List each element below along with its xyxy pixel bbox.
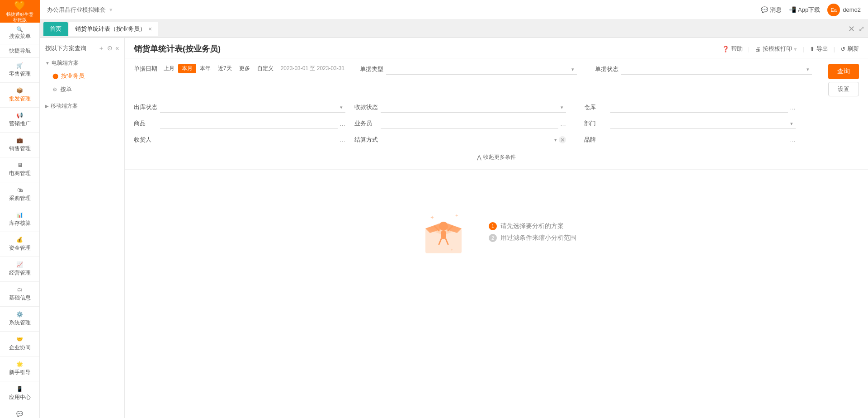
- goods-dots-icon[interactable]: …: [340, 120, 345, 127]
- tab-sales-stat[interactable]: 销货单统计表（按业务员） ×: [69, 22, 158, 36]
- brand-label: 品牌: [584, 136, 610, 144]
- purchase-icon: 🛍: [17, 187, 23, 193]
- desktop-section: ▼ 电脑端方案 ⬤ 按业务员 ⚙ 按单: [40, 55, 124, 98]
- sidebar-item-purchase[interactable]: 🛍 采购管理: [0, 182, 39, 207]
- left-panel-item-by-order[interactable]: ⚙ 按单: [40, 83, 124, 96]
- sidebar-item-inventory[interactable]: 📊 库存核算: [0, 207, 39, 232]
- basic-icon: 🗂: [17, 286, 23, 293]
- operations-label: 经营管理: [9, 269, 31, 277]
- payment-status-wrapper: ▾: [381, 102, 566, 113]
- wholesale-icon: 📦: [16, 87, 23, 94]
- receiver-label: 收货人: [134, 136, 160, 144]
- top-header: 办公用品行业模拟账套 ▾ 💬 消息 📲 App下载 Ea demo2: [40, 0, 868, 20]
- query-button[interactable]: 查询: [828, 64, 859, 79]
- staff-input[interactable]: [381, 118, 558, 129]
- sidebar-item-system[interactable]: ⚙️ 系统管理: [0, 307, 39, 332]
- date-filter: 上月 本月 本年 近7天 更多 自定义 2023-03-01 至 2023-03…: [160, 64, 344, 73]
- refresh-btn[interactable]: ↺ 刷新: [840, 45, 859, 53]
- app-download-label: App下载: [798, 6, 820, 14]
- storage-status-wrapper: ▾: [160, 102, 345, 113]
- payment-method-input[interactable]: [381, 134, 557, 145]
- date-last-month-btn[interactable]: 上月: [160, 64, 178, 73]
- date-7days-btn[interactable]: 近7天: [214, 64, 236, 73]
- breadcrumb-text: 办公用品行业模拟账套: [47, 6, 106, 14]
- date-more-btn[interactable]: 更多: [236, 64, 254, 73]
- message-icon: 💬: [761, 6, 768, 13]
- window-close-icon[interactable]: ✕: [848, 24, 855, 34]
- sidebar-item-retail[interactable]: 🛒 零售管理: [0, 58, 39, 83]
- desktop-section-title[interactable]: ▼ 电脑端方案: [40, 57, 124, 69]
- receiver-dots-icon[interactable]: …: [340, 137, 345, 143]
- user-menu[interactable]: Ea demo2: [827, 4, 861, 16]
- goods-input[interactable]: [160, 118, 338, 129]
- doc-type-input[interactable]: [386, 64, 577, 75]
- by-order-icon: ⚙: [52, 86, 57, 93]
- tab-home[interactable]: 首页: [43, 22, 68, 36]
- date-this-month-btn[interactable]: 本月: [178, 64, 196, 73]
- sidebar-item-wechat[interactable]: 💬 企业微信: [0, 406, 39, 418]
- sidebar-shortcut[interactable]: 快捷导航: [0, 44, 39, 58]
- dept-wrapper: ▾: [610, 118, 796, 129]
- brand-dots-icon[interactable]: …: [790, 137, 796, 143]
- payment-clear-icon[interactable]: ✕: [559, 136, 566, 143]
- export-btn[interactable]: ⬆ 导出: [810, 45, 828, 53]
- help-btn[interactable]: ❓ 帮助: [722, 45, 743, 53]
- collapse-panel-icon[interactable]: «: [115, 44, 119, 52]
- shortcut-label: 快捷导航: [9, 48, 31, 54]
- message-btn[interactable]: 💬 消息: [761, 6, 782, 14]
- date-custom-btn[interactable]: 自定义: [254, 64, 277, 73]
- settings-button[interactable]: 设置: [828, 82, 859, 96]
- staff-dots-icon[interactable]: …: [560, 120, 566, 127]
- sidebar-item-wholesale[interactable]: 📦 批发管理: [0, 83, 39, 108]
- date-this-year-btn[interactable]: 本年: [196, 64, 214, 73]
- export-label: 导出: [816, 45, 828, 53]
- doc-status-label: 单据状态: [595, 65, 621, 73]
- payment-status-input[interactable]: [381, 102, 566, 113]
- storage-status-input[interactable]: [160, 102, 345, 113]
- tab-close-icon[interactable]: ×: [148, 26, 152, 32]
- step1-num: 1: [489, 222, 497, 230]
- sidebar-item-finance[interactable]: 💰 资金管理: [0, 232, 39, 257]
- search-label: 搜索菜单: [0, 33, 39, 40]
- apps-icon: 📱: [16, 386, 23, 392]
- empty-step-2: 2 用过滤条件来缩小分析范围: [489, 234, 576, 242]
- sidebar-item-marketing[interactable]: 📢 营销推广: [0, 108, 39, 133]
- left-panel-item-by-staff[interactable]: ⬤ 按业务员: [40, 69, 124, 83]
- page-title: 销货单统计表(按业务员): [134, 43, 221, 54]
- sidebar-item-basic[interactable]: 🗂 基础信息: [0, 282, 39, 307]
- warehouse-input[interactable]: [610, 102, 788, 113]
- svg-text:✦: ✦: [455, 213, 458, 218]
- empty-state: ✦ ✦ ✦ 1 请先选择要分析的方案 2 用过滤条件来缩小分析范围: [125, 170, 868, 298]
- sidebar-item-enterprise[interactable]: 🤝 企业协同: [0, 332, 39, 356]
- doc-status-input[interactable]: [621, 64, 812, 75]
- warehouse-dots-icon[interactable]: …: [790, 104, 796, 111]
- sales-icon: 💼: [16, 137, 23, 143]
- doc-type-label: 单据类型: [360, 65, 386, 73]
- sidebar-item-newbie[interactable]: 🌟 新手引导: [0, 356, 39, 381]
- print-btn[interactable]: 🖨 按模板打印 ▾: [755, 45, 797, 53]
- right-content: 销货单统计表(按业务员) ❓ 帮助 | 🖨 按模板打印 ▾ | ⬆: [125, 38, 868, 418]
- sidebar-item-sales[interactable]: 💼 销售管理: [0, 133, 39, 157]
- receiver-input[interactable]: [160, 134, 338, 145]
- svg-rect-2: [441, 231, 446, 239]
- export-icon: ⬆: [810, 46, 815, 52]
- brand-input[interactable]: [610, 134, 788, 145]
- sidebar-item-ecommerce[interactable]: 🖥 电商管理: [0, 157, 39, 182]
- mobile-section-title[interactable]: ▶ 移动端方案: [40, 100, 124, 112]
- apps-label: 应用中心: [9, 394, 31, 401]
- app-download-btn[interactable]: 📲 App下载: [789, 6, 820, 14]
- enterprise-icon: 🤝: [16, 336, 23, 342]
- breadcrumb-arrow: ▾: [109, 6, 113, 13]
- sidebar-item-operations[interactable]: 📈 经营管理: [0, 257, 39, 282]
- window-maximize-icon[interactable]: ⤢: [859, 24, 864, 33]
- dept-input[interactable]: [610, 118, 796, 129]
- sidebar-item-apps[interactable]: 📱 应用中心: [0, 381, 39, 406]
- step2-num: 2: [489, 234, 497, 242]
- search-icon: 🔍: [0, 26, 39, 33]
- sidebar-search[interactable]: 🔍 搜索菜单: [0, 23, 39, 44]
- settings-scheme-icon[interactable]: ⊙: [107, 44, 113, 52]
- add-scheme-icon[interactable]: ＋: [98, 44, 104, 52]
- tab-home-label: 首页: [50, 25, 61, 33]
- collapse-btn[interactable]: ⋀ 收起更多条件: [477, 153, 516, 161]
- staff-wrapper: …: [381, 118, 566, 129]
